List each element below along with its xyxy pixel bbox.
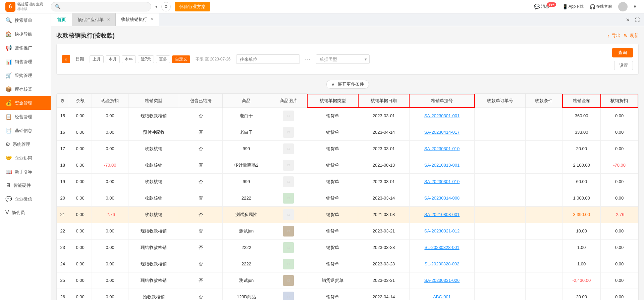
cell-cancel-bill-no[interactable]: ABC-001 [409,289,474,300]
filter-toggle-btn[interactable] [62,55,70,63]
table-row: 24 0.00 0.00 现结收款核销 否 2222 □ 销货单 2023-03… [57,256,638,272]
col-settings-icon[interactable]: ⚙ [60,98,66,104]
expand-label: 展开更多条件 [338,81,364,87]
cell-receipt-condition [525,272,562,289]
tab-prepay-label: 预付冲应付单 [77,17,104,23]
sidebar-item-member-label: 畅会员 [12,210,25,216]
search-dropdown[interactable]: ▾ [155,4,157,9]
col-goods-header: 商品 [223,94,270,108]
cell-include-settled: 否 [179,140,223,157]
sidebar-item-wechat[interactable]: 💬 企业微信 [0,192,51,206]
partner-input[interactable] [236,54,300,64]
sidebar-item-sales[interactable]: 📊 销售管理 [0,55,51,69]
operations-icon: 📋 [5,114,12,120]
sidebar-item-purchase[interactable]: 🛒 采购管理 [0,69,51,82]
period-this-month[interactable]: 本月 [106,55,120,63]
basics-icon: 📑 [5,127,12,134]
tab-home[interactable]: 首页 [51,13,72,26]
cell-receipt-condition [525,124,562,140]
setting-btn[interactable]: 设置 [614,61,633,70]
tab-receipt-cancel-close[interactable]: ✕ [151,17,154,22]
tab-prepay[interactable]: 预付冲应付单 ✕ [72,13,116,26]
msg-btn[interactable]: 消息 99+ [534,4,556,10]
sidebar-item-basics[interactable]: 📑 基础信息 [0,124,51,137]
gear-button[interactable] [161,2,171,11]
cell-cancel-bill-no[interactable]: SA-20230314-008 [409,190,474,206]
cell-cancel-bill-no[interactable]: SL-20230328-002 [409,256,474,272]
cell-cancel-discount: 0.00 [601,140,638,157]
sidebar-item-inventory[interactable]: 📦 库存核算 [0,82,51,96]
cell-receipt-condition [525,190,562,206]
search-bar[interactable] [51,2,151,11]
refresh-btn[interactable]: 刷新 [624,33,639,39]
sidebar-item-finance[interactable]: 💰 资金管理 [0,96,51,110]
sidebar-item-guide[interactable]: 📖 新手引导 [0,165,51,179]
col-goods-img-header: 商品图片 [270,94,307,108]
gear-icon [164,4,168,9]
export-btn[interactable]: 导出 [607,33,621,39]
cell-receipt-condition [525,157,562,173]
cell-cancel-bill-no[interactable]: SA-20230301-010 [409,173,474,190]
cell-cancel-discount: 0.00 [601,173,638,190]
table-scroll[interactable]: ⚙ 余额 现金折扣 核销类型 包含已结清 商品 商品图片 核销单据类型 核销单据… [57,94,638,300]
cell-include-settled: 否 [179,173,223,190]
sidebar-item-inventory-label: 库存核算 [15,86,32,92]
tab-prepay-close[interactable]: ✕ [107,17,110,22]
cell-cancel-bill-no[interactable]: SL-20230328-001 [409,239,474,256]
period-7days[interactable]: 近7天 [138,55,154,63]
cell-goods-img: □ [270,289,307,300]
cell-goods: 123D商品 [223,289,270,300]
maximize-icon [635,17,640,23]
cell-cancel-bill-type: 销货单 [307,206,358,223]
cell-cash-discount: 0.00 [92,223,128,239]
cell-receipt-order-no [475,239,526,256]
col-cancel-discount-header: 核销折扣 [601,94,638,108]
expand-bar[interactable]: 展开更多条件 [56,78,639,91]
cell-cancel-amount: 60.00 [562,173,601,190]
cell-receipt-order-no [475,124,526,140]
cell-cancel-bill-no[interactable]: SA-20230414-017 [409,124,474,140]
sidebar-item-search[interactable]: 🔍 搜索菜单 [0,13,51,27]
sidebar-item-member[interactable]: V 畅会员 [0,206,51,219]
sidebar-item-operations[interactable]: 📋 经营管理 [0,110,51,124]
export-icon [607,33,611,38]
sidebar-item-quick[interactable]: 🏠 快捷导航 [0,27,51,41]
expand-bar-inner[interactable]: 展开更多条件 [326,80,369,89]
period-this-year[interactable]: 本年 [122,55,136,63]
tab-receipt-cancel[interactable]: 收款核销执行 ✕ [116,13,159,26]
cell-cancel-discount: 0.00 [601,239,638,256]
sidebar-item-hardware[interactable]: 🖥 智能硬件 [0,179,51,192]
sidebar-item-marketing[interactable]: 📢 营销推广 [0,41,51,55]
col-cancel-bill-no-header: 核销单据号 [409,94,474,108]
cell-balance: 0.00 [69,157,92,173]
cell-cancel-bill-no[interactable]: SA-20230331-026 [409,272,474,289]
sidebar-item-system[interactable]: ⚙ 系统管理 [0,137,51,151]
cell-cancel-amount: 20.00 [562,140,601,157]
period-last-month[interactable]: 上月 [90,55,104,63]
cell-cancel-amount: 360.00 [562,108,601,124]
sidebar-item-enterprise[interactable]: 🤝 企业协同 [0,151,51,165]
service-btn[interactable]: 在线客服 [590,4,612,9]
cell-cash-discount: 0.00 [92,256,128,272]
cell-cancel-bill-no[interactable]: SA-20210808-001 [409,206,474,223]
cell-cancel-bill-no[interactable]: SA-20230301-010 [409,140,474,157]
period-custom[interactable]: 自定义 [172,55,190,63]
cell-cancel-amount: 3,390.00 [562,206,601,223]
cell-cancel-bill-no[interactable]: SA-20210813-001 [409,157,474,173]
industry-btn[interactable]: 休验行业方案 [175,2,210,11]
logo-name: 畅捷通谱好生意 [17,2,43,6]
period-more[interactable]: 更多 [156,55,170,63]
cell-cancel-bill-type: 销货单 [307,157,358,173]
cell-cancel-bill-no[interactable]: SA-20230321-012 [409,223,474,239]
receipt-type-select[interactable]: 单据类型 [316,54,370,64]
close-tab-btn[interactable]: ✕ [624,16,632,24]
member-icon: V [5,210,9,216]
cell-cancel-bill-no[interactable]: SA-20230301-001 [409,108,474,124]
cell-cancel-bill-type: 销货单 [307,124,358,140]
export-label: 导出 [612,33,621,39]
maximize-tab-btn[interactable] [633,16,641,24]
sidebar-item-sales-label: 销售管理 [15,59,32,65]
app-btn[interactable]: App下载 [562,4,584,9]
cell-goods: 多计量商品2 [223,157,270,173]
query-btn[interactable]: 查询 [612,48,633,57]
